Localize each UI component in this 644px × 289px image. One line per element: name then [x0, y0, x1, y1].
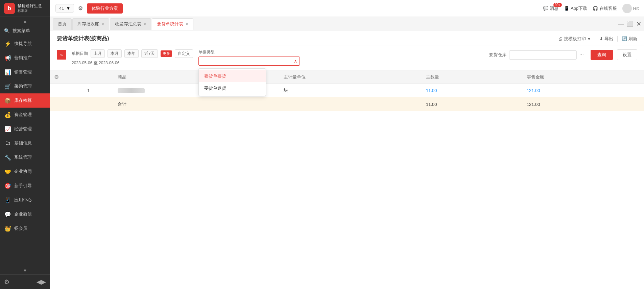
sidebar-item-quick-nav[interactable]: ⚡ 快捷导航 [0, 37, 50, 51]
scroll-up-arrow[interactable]: ▲ [0, 17, 50, 25]
date-this-year-btn[interactable]: 本年 [124, 49, 139, 58]
warehouse-more-icon[interactable]: ··· [579, 52, 584, 58]
sidebar-item-base[interactable]: 🗂 基础信息 [0, 136, 50, 150]
sidebar-search[interactable]: 🔍 搜索菜单 [0, 25, 50, 37]
trial-btn[interactable]: 体验行业方案 [87, 3, 123, 14]
filter-expand-btn[interactable]: » [57, 50, 66, 60]
tab-receive-summary[interactable]: 收发存汇总表× [110, 18, 151, 30]
date-filter-group: 单据日期 上月 本月 本年 近7天 更多 自定义 2023-05-06 至 20… [72, 49, 193, 66]
app-download-btn[interactable]: 📱 App下载 [564, 5, 587, 12]
sidebar-label-guide: 新手引导 [14, 183, 32, 189]
print-btn[interactable]: 🖨 按模板打印 ▼ [558, 36, 591, 42]
query-btn[interactable]: 查询 [591, 50, 613, 60]
table-head: ⚙ 商品 主计量单位 主数量 零售金额 [50, 70, 644, 84]
date-this-month-btn[interactable]: 本月 [108, 49, 122, 58]
inventory-icon: 📦 [4, 97, 11, 104]
sidebar-item-inventory[interactable]: 📦 库存核算 [0, 93, 50, 108]
close-all-btn[interactable]: ✕ [636, 20, 641, 28]
th-unit: 主计量单位 [280, 70, 422, 84]
tab-order-stats[interactable]: 要货单统计表× [152, 18, 193, 30]
date-last-7-days-btn[interactable]: 近7天 [141, 49, 158, 58]
tab-label-order-stats: 要货单统计表 [157, 21, 183, 27]
tabs-right: — ⬜ ✕ [618, 20, 641, 28]
type-filter-input[interactable] [198, 57, 300, 66]
row-index: 1 [64, 84, 114, 97]
message-btn[interactable]: 💬 消息 99+ [543, 5, 558, 12]
vip-icon: 👑 [4, 225, 11, 232]
sales-icon: 📊 [4, 68, 11, 76]
headset-icon: 🎧 [593, 6, 598, 11]
online-service-label: 在线客服 [599, 5, 617, 12]
sidebar-item-purchase[interactable]: 🛒 采购管理 [0, 79, 50, 93]
amount-link[interactable]: 121.00 [527, 88, 540, 93]
app-title: 畅捷通好生意 [18, 3, 42, 9]
sidebar-label-app-center: 应用中心 [14, 197, 32, 203]
page-header: 要货单统计表(按商品) 🖨 按模板打印 ▼ ⬇ 导出 🔄 刷新 [50, 31, 644, 45]
sidebar-item-guide[interactable]: 🎯 新手引导 [0, 179, 50, 193]
sidebar-item-vip[interactable]: 👑 畅会员 [0, 221, 50, 236]
export-btn[interactable]: ⬇ 导出 [599, 36, 613, 42]
maximize-btn[interactable]: ⬜ [627, 21, 634, 27]
table-wrap: ⚙ 商品 主计量单位 主数量 零售金额 1 块 11.00 121.00 [50, 70, 644, 111]
minimize-btn[interactable]: — [618, 20, 624, 27]
type-dropdown-arrow[interactable]: ∧ [294, 59, 297, 64]
dropdown-item-order-return[interactable]: 要货单退货 [199, 82, 266, 94]
refresh-icon: 🔄 [622, 36, 627, 41]
sidebar-item-finance[interactable]: 💰 资金管理 [0, 108, 50, 122]
refresh-btn[interactable]: 🔄 刷新 [622, 36, 637, 42]
tab-inventory-batch[interactable]: 库存批次账× [72, 18, 109, 30]
quantity-link[interactable]: 11.00 [426, 88, 437, 93]
sidebar-label-inventory: 库存核算 [14, 97, 32, 104]
date-more-btn[interactable]: 更多 [161, 50, 172, 57]
logo-icon: b [4, 3, 15, 14]
sidebar-item-sales[interactable]: 📊 销售管理 [0, 65, 50, 79]
settings-icon[interactable]: ⚙ [4, 278, 9, 286]
purchase-icon: 🛒 [4, 83, 11, 90]
table-body: 1 块 11.00 121.00 [50, 84, 644, 97]
date-last-month-btn[interactable]: 上月 [91, 49, 105, 58]
tab-close-order-stats[interactable]: × [185, 21, 188, 27]
date-range-text: 2023-05-06 至 2023-06-06 [72, 60, 193, 66]
avatar [622, 4, 632, 13]
sidebar-label-enterprise: 企业协同 [14, 169, 32, 175]
print-icon: 🖨 [558, 36, 563, 41]
sidebar-item-system[interactable]: 🔧 系统管理 [0, 150, 50, 164]
total-index-cell [64, 97, 114, 112]
sidebar-item-operation[interactable]: 📈 经营管理 [0, 122, 50, 136]
divider [595, 36, 595, 42]
app-subtitle: 标准版 [18, 8, 42, 13]
date-filter-row: 单据日期 上月 本月 本年 近7天 更多 自定义 [72, 49, 193, 58]
guide-icon: 🎯 [4, 182, 11, 190]
search-icon: 🔍 [4, 28, 10, 34]
header: 41 ▼ ⚙ 体验行业方案 💬 消息 99+ 📱 App下载 🎧 在线客服 Ri… [50, 0, 644, 17]
dropdown-item-order-goods[interactable]: 要货单要货 [199, 70, 266, 82]
header-gear-icon[interactable]: ⚙ [78, 5, 83, 12]
type-input-wrap: ∧ [198, 57, 300, 66]
warehouse-input[interactable] [509, 50, 577, 60]
sidebar-label-finance: 资金管理 [14, 112, 32, 118]
sidebar-item-wechat[interactable]: 💬 企业微信 [0, 207, 50, 221]
tab-close-inventory-batch[interactable]: × [101, 21, 104, 27]
user-avatar-btn[interactable]: Rit [622, 4, 639, 13]
scroll-down-arrow[interactable]: ▼ [0, 266, 50, 274]
sidebar: b 畅捷通好生意 标准版 ▲ 🔍 搜索菜单 ⚡ 快捷导航 📢 营销推广 📊 销售… [0, 0, 50, 289]
header-right: 💬 消息 99+ 📱 App下载 🎧 在线客服 Rit [543, 4, 639, 13]
tab-home[interactable]: 首页 [53, 18, 72, 30]
column-settings-icon[interactable]: ⚙ [54, 74, 59, 80]
date-custom-btn[interactable]: 自定义 [175, 49, 193, 58]
tabs-bar: 首页库存批次账×收发存汇总表×要货单统计表× — ⬜ ✕ [50, 17, 644, 31]
set-btn[interactable]: 设置 [617, 49, 637, 60]
table-foot: 合计 11.00 121.00 [50, 97, 644, 112]
sidebar-label-operation: 经营管理 [14, 126, 32, 132]
sidebar-item-marketing[interactable]: 📢 营销推广 [0, 51, 50, 65]
app-logo: b 畅捷通好生意 标准版 [0, 0, 50, 17]
sidebar-item-enterprise[interactable]: 🤝 企业协同 [0, 164, 50, 179]
sidebar-item-app-center[interactable]: 📱 应用中心 [0, 193, 50, 207]
row-settings-cell [50, 84, 64, 97]
company-selector[interactable]: 41 ▼ [55, 4, 74, 13]
collapse-icon[interactable]: ◀▶ [37, 278, 46, 286]
online-service-btn[interactable]: 🎧 在线客服 [593, 5, 617, 12]
page-title: 要货单统计表(按商品) [57, 35, 109, 42]
sidebar-label-sales: 销售管理 [14, 69, 32, 75]
tab-close-receive-summary[interactable]: × [143, 21, 146, 27]
